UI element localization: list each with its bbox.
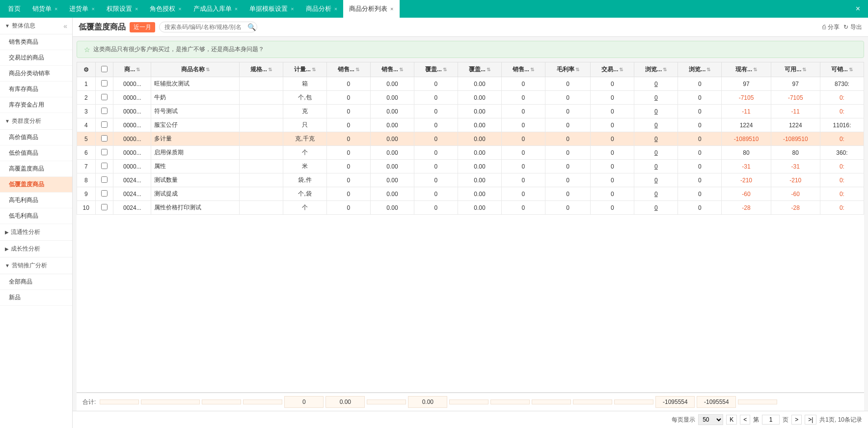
browse-link[interactable]: 0 [654,177,658,184]
search-icon-button[interactable]: 🔍 [247,23,256,31]
sidebar-section-circulation[interactable]: ▶ 流通性分析 [0,224,72,241]
close-icon[interactable]: × [390,6,393,12]
sidebar-item-low-margin[interactable]: 低毛利商品 [0,208,72,224]
browse-link[interactable]: 0 [654,163,658,170]
prev-page-button[interactable]: < [740,415,750,425]
sidebar-item-high-coverage[interactable]: 高覆盖度商品 [0,161,72,177]
row-name: 多计量 [151,132,240,146]
nav-home[interactable]: 首页 [2,0,27,18]
row-check[interactable] [101,135,108,142]
nav-product-analysis-list[interactable]: 商品分析列表 × [343,0,399,18]
browse-link[interactable]: 0 [654,81,658,87]
sidebar-section-overall[interactable]: ▼ 整体信息 « [0,18,72,34]
sidebar-item-all-goods[interactable]: 全部商品 [0,274,72,290]
current-page-input[interactable] [762,415,780,425]
row-browse1[interactable]: 0 [634,132,678,146]
sidebar-section-cluster[interactable]: ▼ 类群度分析 [0,113,72,130]
row-browse1[interactable]: 0 [634,146,678,160]
sidebar-item-new-goods[interactable]: 新品 [0,290,72,306]
period-button[interactable]: 近一月 [130,22,155,32]
row-unit: 个 [283,201,326,215]
collapse-icon[interactable]: « [63,22,67,30]
row-coverage1: 0 [414,146,458,160]
row-browse1[interactable]: 0 [634,201,678,215]
row-check[interactable] [101,204,108,210]
nav-purchase-order[interactable]: 进货单 × [63,0,100,18]
sidebar-item-high-value[interactable]: 高价值商品 [0,130,72,145]
sidebar-item-high-margin[interactable]: 高毛利商品 [0,193,72,208]
col-checkbox[interactable] [95,62,113,77]
sidebar-item-sales-goods[interactable]: 销售类商品 [0,34,72,50]
sidebar-item-stock-capital[interactable]: 库存资金占用 [0,97,72,113]
row-spec [239,91,283,105]
row-gross: 0 [545,187,590,201]
row-name: 属性 [151,160,240,173]
sidebar-item-low-coverage[interactable]: 低覆盖度商品 [0,177,72,193]
sidebar-item-low-value[interactable]: 低价值商品 [0,145,72,161]
close-icon[interactable]: × [291,6,294,12]
row-check[interactable] [101,94,108,100]
total-sales-count: 0 [284,396,324,408]
browse-link[interactable]: 0 [654,149,658,156]
nav-sales-order[interactable]: 销货单 × [27,0,63,18]
row-check[interactable] [101,163,108,169]
close-icon[interactable]: × [235,6,238,12]
browse-link[interactable]: 0 [654,204,658,211]
row-checkbox[interactable] [95,91,113,105]
sidebar-section-marketing[interactable]: ▼ 营销推广分析 [0,257,72,274]
last-page-button[interactable]: >| [805,415,816,425]
row-checkbox[interactable] [95,173,113,187]
sidebar-item-category-rate[interactable]: 商品分类动销率 [0,66,72,82]
row-browse1[interactable]: 0 [634,77,678,91]
row-check[interactable] [101,121,108,128]
first-page-button[interactable]: K [726,415,737,425]
browse-link[interactable]: 0 [654,122,658,129]
browse-link[interactable]: 0 [654,94,658,101]
close-icon[interactable]: × [91,6,94,12]
close-icon[interactable]: × [334,6,337,12]
nav-permission[interactable]: 权限设置 × [101,0,144,18]
close-icon[interactable]: × [54,6,57,12]
row-check[interactable] [101,80,108,86]
row-checkbox[interactable] [95,77,113,91]
sidebar-item-traded-goods[interactable]: 交易过的商品 [0,50,72,66]
row-checkbox[interactable] [95,187,113,201]
sidebar-section-growth[interactable]: ▶ 成长性分析 [0,241,72,257]
row-check[interactable] [101,176,108,183]
row-browse1[interactable]: 0 [634,160,678,173]
row-browse1[interactable]: 0 [634,173,678,187]
row-check[interactable] [101,108,108,114]
sidebar-item-in-stock[interactable]: 有库存商品 [0,82,72,97]
row-browse1[interactable]: 0 [634,118,678,132]
export-button[interactable]: ↻ 导出 [843,23,862,31]
nav-product-analysis[interactable]: 商品分析 × [300,0,343,18]
select-all-checkbox[interactable] [101,66,108,72]
row-checkbox[interactable] [95,132,113,146]
next-page-button[interactable]: > [791,415,802,425]
table-container[interactable]: ⚙ 商...⇅ 商品名称⇅ 规格...⇅ 计量...⇅ 销售...⇅ 销售...… [77,62,864,392]
row-browse1[interactable]: 0 [634,91,678,105]
nav-product-inbound[interactable]: 产成品入库单 × [188,0,244,18]
pagination-bar: 每页显示 50 100 200 K < 第 页 > >| 共1页, 10条记录 [73,411,868,428]
row-checkbox[interactable] [95,146,113,160]
browse-link[interactable]: 0 [654,191,658,198]
browse-link[interactable]: 0 [654,136,658,143]
nav-role-auth[interactable]: 角色授权 × [144,0,187,18]
row-browse1[interactable]: 0 [634,187,678,201]
nav-template-settings[interactable]: 单据模板设置 × [244,0,299,18]
row-checkbox[interactable] [95,160,113,173]
row-checkbox[interactable] [95,105,113,118]
row-check[interactable] [101,190,108,197]
page-size-select[interactable]: 50 100 200 [698,414,723,425]
share-button[interactable]: ⎙ 分享 [822,23,840,31]
row-checkbox[interactable] [95,118,113,132]
browse-link[interactable]: 0 [654,108,658,115]
row-browse1[interactable]: 0 [634,105,678,118]
search-input[interactable] [159,22,257,32]
col-settings[interactable]: ⚙ [77,62,96,77]
close-icon[interactable]: × [178,6,181,12]
close-icon[interactable]: × [135,6,138,12]
window-close-button[interactable]: × [850,4,866,13]
row-check[interactable] [101,149,108,155]
row-checkbox[interactable] [95,201,113,215]
